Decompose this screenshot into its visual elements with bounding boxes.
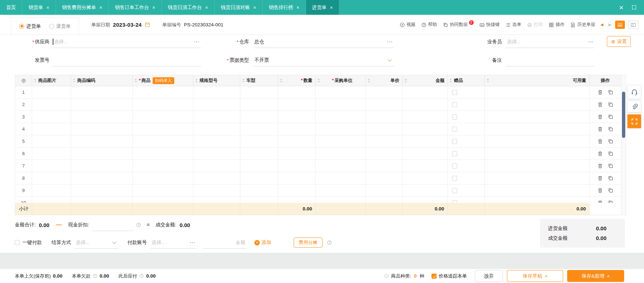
- column-header-unit-price[interactable]: 单价: [366, 75, 403, 86]
- grid-scrollbar[interactable]: [621, 75, 626, 215]
- grid-settings-gear-icon[interactable]: [21, 78, 26, 83]
- copy-row-icon[interactable]: [608, 102, 613, 107]
- window-tab[interactable]: 钱货日清工作台×: [162, 0, 215, 15]
- close-icon[interactable]: ×: [619, 4, 623, 11]
- tab-close-icon[interactable]: ×: [47, 5, 49, 10]
- cash-discount-input[interactable]: [92, 219, 133, 231]
- cell-purchase-unit[interactable]: [316, 123, 366, 135]
- cell-product-code[interactable]: [71, 184, 133, 197]
- copy-row-icon[interactable]: [608, 90, 613, 95]
- gift-checkbox[interactable]: [452, 164, 457, 169]
- cell-quantity[interactable]: [278, 86, 316, 99]
- cell-spec-model[interactable]: [193, 99, 240, 111]
- cell-quantity[interactable]: [278, 111, 316, 123]
- column-header-product-image[interactable]: 商品图片: [32, 75, 71, 86]
- cell-product-code[interactable]: [71, 160, 133, 172]
- sort-icon[interactable]: [317, 78, 320, 83]
- column-header-product-code[interactable]: 商品编码: [71, 75, 133, 86]
- cell-product-image[interactable]: [32, 172, 71, 184]
- cell-operations[interactable]: [590, 148, 621, 160]
- delete-row-icon[interactable]: [597, 188, 603, 193]
- cell-gift[interactable]: [448, 148, 485, 160]
- cell-purchase-unit[interactable]: [316, 148, 366, 160]
- salesperson-field[interactable]: 选择... ···: [506, 36, 595, 48]
- list-view-button[interactable]: [615, 21, 625, 29]
- cell-product-image[interactable]: [32, 111, 71, 123]
- toolbar-action-windows[interactable]: 协同数据0: [443, 22, 474, 28]
- cell-operations[interactable]: [590, 160, 621, 172]
- sort-icon[interactable]: [368, 78, 370, 83]
- doc-date-value[interactable]: 2023-03-24: [113, 22, 142, 28]
- cell-product-image[interactable]: [32, 123, 71, 135]
- cell-operations[interactable]: [590, 99, 621, 111]
- sort-icon[interactable]: [195, 78, 198, 83]
- cell-amount[interactable]: [403, 135, 448, 148]
- toolbar-action-list[interactable]: 选单: [505, 22, 521, 28]
- cell-amount[interactable]: [403, 160, 448, 172]
- cell-spec-model[interactable]: [193, 123, 240, 135]
- toolbar-action-history-doc[interactable]: 历史单据: [570, 22, 595, 28]
- cell-amount[interactable]: [403, 111, 448, 123]
- scrollbar-thumb[interactable]: [622, 92, 625, 138]
- column-header-purchase-unit[interactable]: *采购单位: [316, 75, 366, 86]
- cell-quantity[interactable]: [278, 135, 316, 148]
- toolbar-action-printer[interactable]: 打印: [527, 22, 543, 28]
- tab-close-icon[interactable]: ×: [205, 5, 208, 10]
- gift-checkbox[interactable]: [452, 90, 457, 95]
- tab-close-icon[interactable]: ×: [99, 5, 102, 10]
- cell-gift[interactable]: [448, 172, 485, 184]
- tab-close-icon[interactable]: ×: [330, 5, 333, 10]
- cell-amount[interactable]: [403, 148, 448, 160]
- cell-amount[interactable]: [403, 123, 448, 135]
- cell-spec-model[interactable]: [193, 111, 240, 123]
- cell-product[interactable]: [133, 184, 193, 197]
- cell-operations[interactable]: [590, 123, 621, 135]
- cell-product-code[interactable]: [71, 111, 133, 123]
- cell-quantity[interactable]: [278, 123, 316, 135]
- cell-vehicle-model[interactable]: [240, 123, 278, 135]
- cell-product-code[interactable]: [71, 197, 133, 203]
- cell-gift[interactable]: [448, 86, 485, 99]
- cell-product[interactable]: [133, 135, 193, 148]
- cell-quantity[interactable]: [278, 184, 316, 197]
- bill-type-select[interactable]: 不开票: [253, 54, 394, 66]
- cell-product-code[interactable]: [71, 135, 133, 148]
- copy-row-icon[interactable]: [608, 175, 613, 181]
- cell-available-qty[interactable]: [485, 184, 590, 197]
- cell-amount[interactable]: [403, 172, 448, 184]
- copy-row-icon[interactable]: [608, 139, 613, 144]
- cell-unit-price[interactable]: [366, 184, 403, 197]
- fullscreen-icon[interactable]: [632, 5, 636, 9]
- tab-close-icon[interactable]: ×: [296, 5, 299, 10]
- cell-available-qty[interactable]: [485, 172, 590, 184]
- cell-product-image[interactable]: [32, 99, 71, 111]
- cell-quantity[interactable]: [278, 172, 316, 184]
- copy-row-icon[interactable]: [608, 200, 613, 203]
- cell-available-qty[interactable]: [485, 135, 590, 148]
- sort-icon[interactable]: [487, 78, 489, 83]
- cell-available-qty[interactable]: [485, 160, 590, 172]
- column-header-available-qty[interactable]: 可用量: [485, 75, 590, 86]
- cell-vehicle-model[interactable]: [240, 111, 278, 123]
- cell-available-qty[interactable]: [485, 86, 590, 99]
- column-header-gift[interactable]: 赠品: [448, 75, 485, 86]
- window-tab[interactable]: 销售费用分摊单×: [56, 0, 109, 15]
- cell-quantity[interactable]: [278, 148, 316, 160]
- cell-operations[interactable]: [590, 184, 621, 197]
- cell-gift[interactable]: [448, 99, 485, 111]
- cell-unit-price[interactable]: [366, 123, 403, 135]
- gift-checkbox[interactable]: [452, 151, 457, 156]
- pay-amount-field[interactable]: 金额: [203, 236, 246, 249]
- delete-row-icon[interactable]: [597, 126, 603, 132]
- cell-vehicle-model[interactable]: [240, 184, 278, 197]
- cell-available-qty[interactable]: [485, 148, 590, 160]
- warehouse-field[interactable]: 总仓 ···: [253, 36, 394, 48]
- add-payment-button[interactable]: + 添加: [254, 239, 271, 246]
- scan-entry-button[interactable]: 扫码录入: [153, 77, 174, 84]
- copy-row-icon[interactable]: [608, 188, 613, 193]
- cell-product-code[interactable]: [71, 123, 133, 135]
- cell-vehicle-model[interactable]: [240, 148, 278, 160]
- toolbar-action-grid[interactable]: 操作: [549, 22, 565, 28]
- window-tab[interactable]: 首页: [0, 0, 22, 15]
- cell-spec-model[interactable]: [193, 172, 240, 184]
